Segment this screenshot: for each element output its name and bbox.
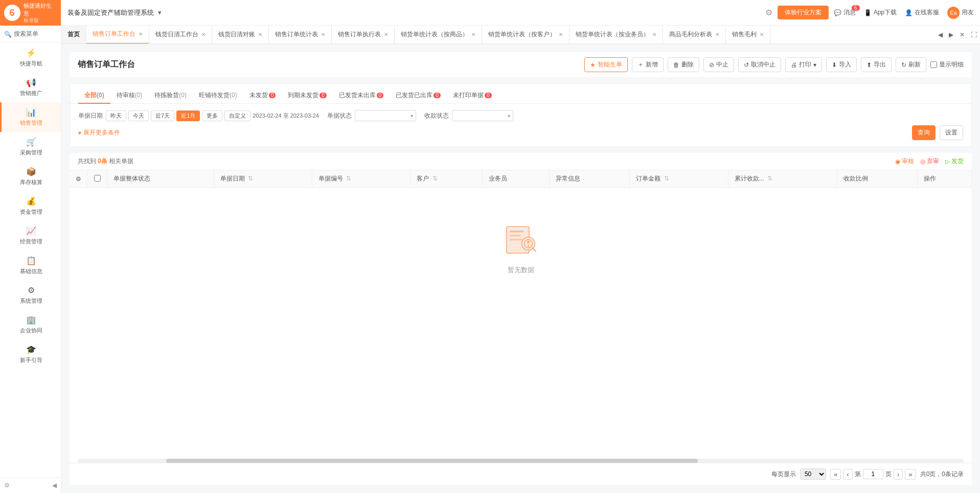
reject-action[interactable]: ◎ 弃审 bbox=[920, 157, 939, 166]
scrollbar-thumb[interactable] bbox=[166, 459, 698, 463]
tab-gross-margin[interactable]: 商品毛利分析表 ✕ bbox=[663, 26, 726, 44]
expand-button[interactable]: ▾ 展开更多条件 bbox=[78, 128, 120, 137]
th-settings[interactable]: ⚙ bbox=[70, 170, 88, 188]
ship-action[interactable]: ▷ 发货 bbox=[945, 157, 964, 166]
tab-close-icon[interactable]: ✕ bbox=[384, 32, 388, 37]
tab-close-icon[interactable]: ✕ bbox=[652, 32, 656, 37]
tab-close-icon[interactable]: ✕ bbox=[715, 32, 719, 37]
export-button[interactable]: ⬆ 导出 bbox=[861, 57, 892, 72]
date-btn-today[interactable]: 今天 bbox=[128, 110, 149, 121]
date-btn-more[interactable]: 更多 bbox=[202, 110, 222, 121]
sidebar-item-finance[interactable]: 💰 资金管理 bbox=[0, 191, 61, 221]
filter-tab-pending-review[interactable]: 待审核(0) bbox=[110, 88, 149, 104]
user-action[interactable]: Ea 用友 bbox=[947, 7, 974, 19]
th-customer[interactable]: 客户 ⇅ bbox=[411, 170, 483, 188]
tab-fullscreen[interactable]: ⛶ bbox=[968, 26, 980, 44]
footer-settings-icon[interactable]: ⚙ bbox=[4, 482, 10, 489]
app-download-action[interactable]: 📱 App下载 bbox=[864, 8, 897, 17]
tab-close-icon[interactable]: ✕ bbox=[201, 32, 206, 37]
page-first-btn[interactable]: « bbox=[830, 469, 841, 480]
smart-create-button[interactable]: ★ 智能生单 bbox=[584, 57, 628, 72]
table-scrollbar[interactable] bbox=[78, 459, 964, 463]
sidebar-item-basic-info[interactable]: 📋 基础信息 bbox=[0, 251, 61, 280]
th-date[interactable]: 单据日期 ⇅ bbox=[214, 170, 312, 188]
filter-tab-overdue-ship[interactable]: 到期未发货0 bbox=[282, 88, 333, 104]
tab-home[interactable]: 首页 bbox=[61, 26, 86, 44]
table-scroll[interactable]: ⚙ 单据整体状态 单据日期 ⇅ 单据编号 ⇅ bbox=[70, 170, 972, 459]
filter-tab-pending-inspect[interactable]: 待拣验货(0) bbox=[148, 88, 193, 104]
tab-sales-stats[interactable]: 销售订单统计表 ✕ bbox=[269, 26, 332, 44]
tab-cash-reconcile[interactable]: 钱货日清对账 ✕ bbox=[212, 26, 269, 44]
search-menu[interactable]: 🔍 搜索菜单 bbox=[0, 26, 61, 43]
sidebar-item-marketing[interactable]: 📢 营销推广 bbox=[0, 73, 61, 102]
tab-close-icon[interactable]: ✕ bbox=[258, 32, 262, 37]
tab-sales-profit[interactable]: 销售毛利 ✕ bbox=[726, 26, 770, 44]
filter-tab-not-shipped[interactable]: 未发货0 bbox=[243, 88, 282, 104]
sidebar-item-enterprise[interactable]: 🏢 企业协同 bbox=[0, 310, 61, 340]
online-service-action[interactable]: 👤 在线客服 bbox=[905, 8, 939, 17]
new-button[interactable]: ＋ 新增 bbox=[632, 57, 664, 72]
refresh-button[interactable]: ↻ 刷新 bbox=[896, 57, 926, 72]
th-collected[interactable]: 累计收款... ⇅ bbox=[728, 170, 837, 188]
filter-tab-wangpu-ship[interactable]: 旺铺待发货(0) bbox=[193, 88, 243, 104]
tab-close-icon[interactable]: ✕ bbox=[760, 32, 764, 37]
footer-collapse-icon[interactable]: ◀ bbox=[52, 482, 57, 489]
tab-cash-daily[interactable]: 钱货日清工作台 ✕ bbox=[149, 26, 212, 44]
page-size-select[interactable]: 50 20 100 bbox=[800, 468, 826, 480]
page-last-btn[interactable]: » bbox=[905, 469, 916, 480]
tab-close-icon[interactable]: ✕ bbox=[559, 32, 563, 37]
status-select[interactable] bbox=[355, 110, 416, 121]
date-btn-7days[interactable]: 近7天 bbox=[151, 110, 174, 121]
query-button[interactable]: 查询 bbox=[912, 125, 936, 140]
main-content: 装备及固定资产辅助管理系统 ▾ ⚙ 体验行业方案 💬 6 消息 📱 App下载 … bbox=[61, 0, 980, 493]
show-detail-input[interactable] bbox=[930, 61, 937, 68]
sidebar-item-operations[interactable]: 📈 经营管理 bbox=[0, 221, 61, 251]
tab-next-arrow[interactable]: ▶ bbox=[946, 26, 956, 44]
import-button[interactable]: ⬇ 导入 bbox=[826, 57, 857, 72]
date-btn-custom[interactable]: 自定义 bbox=[224, 110, 250, 121]
sidebar-item-guide[interactable]: 🎓 新手引导 bbox=[0, 340, 61, 369]
page-next-btn[interactable]: › bbox=[894, 469, 903, 480]
th-number[interactable]: 单据编号 ⇅ bbox=[312, 170, 411, 188]
topbar-actions: 💬 6 消息 📱 App下载 👤 在线客服 Ea 用友 bbox=[834, 7, 974, 19]
filter-tab-not-printed[interactable]: 未打印单据0 bbox=[447, 88, 498, 104]
tab-close-icon[interactable]: ✕ bbox=[139, 31, 143, 37]
cancel-stop-button[interactable]: ↺ 取消中止 bbox=[738, 57, 781, 72]
tab-close-icon[interactable]: ✕ bbox=[471, 32, 475, 37]
audit-action[interactable]: ◉ 审核 bbox=[895, 157, 914, 166]
tab-sales-summary-prod[interactable]: 销货单统计表（按商品） ✕ bbox=[395, 26, 482, 44]
sidebar-item-purchase[interactable]: 🛒 采购管理 bbox=[0, 132, 61, 162]
solution-button[interactable]: 体验行业方案 bbox=[778, 6, 829, 19]
th-amount[interactable]: 订单金额 ⇅ bbox=[630, 170, 728, 188]
sidebar-item-system[interactable]: ⚙ 系统管理 bbox=[0, 280, 61, 310]
system-dropdown[interactable]: ▾ bbox=[158, 9, 162, 16]
filter-settings-button[interactable]: 设置 bbox=[940, 125, 963, 140]
tab-prev-arrow[interactable]: ◀ bbox=[935, 26, 946, 44]
sidebar-item-quick-nav[interactable]: ⚡ 快捷导航 bbox=[0, 43, 61, 73]
sidebar-item-sales[interactable]: 📊 销售管理 bbox=[0, 102, 61, 132]
th-checkbox[interactable] bbox=[88, 170, 107, 188]
filter-tab-shipped-out[interactable]: 已发货已出库0 bbox=[390, 88, 447, 104]
tab-sales-summary-staff[interactable]: 销货单统计表（按业务员） ✕ bbox=[569, 26, 663, 44]
date-btn-1month[interactable]: 近1月 bbox=[176, 110, 200, 121]
tab-sales-workbench[interactable]: 销售订单工作台 ✕ bbox=[86, 26, 149, 44]
date-btn-yesterday[interactable]: 昨天 bbox=[106, 110, 126, 121]
message-action[interactable]: 💬 6 消息 bbox=[834, 8, 856, 17]
payment-select[interactable] bbox=[452, 110, 513, 121]
page-prev-btn[interactable]: ‹ bbox=[843, 469, 852, 480]
tab-close-all[interactable]: ✕ bbox=[956, 26, 968, 44]
sidebar-item-inventory[interactable]: 📦 库存核算 bbox=[0, 162, 61, 191]
delete-button[interactable]: 🗑 删除 bbox=[668, 57, 699, 72]
show-detail-checkbox[interactable]: 显示明细 bbox=[930, 60, 964, 69]
select-all-checkbox[interactable] bbox=[94, 175, 101, 182]
page-number-input[interactable] bbox=[863, 469, 883, 479]
stop-button[interactable]: ⊘ 中止 bbox=[703, 57, 734, 72]
tab-sales-exec[interactable]: 销售订单执行表 ✕ bbox=[332, 26, 395, 44]
tab-close-icon[interactable]: ✕ bbox=[321, 32, 325, 37]
print-button[interactable]: 🖨 打印 ▾ bbox=[785, 57, 822, 72]
filter-tab-all[interactable]: 全部(0) bbox=[78, 88, 110, 104]
tab-sales-summary-cust[interactable]: 销货单统计表（按客户） ✕ bbox=[482, 26, 569, 44]
sidebar-item-label: 系统管理 bbox=[20, 297, 42, 305]
filter-tab-shipped-not-out[interactable]: 已发货未出库0 bbox=[333, 88, 390, 104]
topbar-settings-icon[interactable]: ⚙ bbox=[765, 8, 772, 17]
